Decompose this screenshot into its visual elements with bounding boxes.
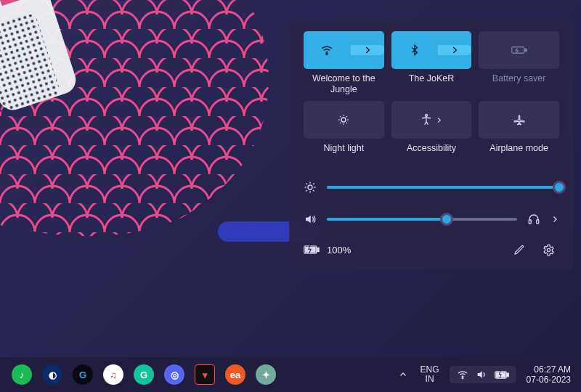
night-light-label: Night light <box>324 143 365 165</box>
brightness-row <box>304 181 559 194</box>
battery-percent: 100% <box>327 245 351 256</box>
battery-saver-tile[interactable] <box>479 31 559 69</box>
brightness-slider[interactable] <box>327 186 559 189</box>
volume-slider[interactable] <box>327 218 517 221</box>
battery-saver-icon <box>511 44 527 56</box>
wifi-toggle[interactable] <box>304 44 351 57</box>
chevron-right-icon <box>435 116 443 124</box>
taskbar-app-grammarly[interactable]: G <box>131 362 157 388</box>
accessibility-icon <box>420 113 433 126</box>
system-tray: ENG IN 06:27 AM 07-06-2023 <box>396 364 575 385</box>
svg-point-8 <box>425 115 427 117</box>
open-settings-button[interactable] <box>537 239 559 261</box>
wifi-tile[interactable] <box>304 31 384 69</box>
volume-icon <box>304 213 317 226</box>
language-indicator[interactable]: ENG IN <box>416 365 444 384</box>
wifi-icon <box>457 369 468 380</box>
svg-rect-6 <box>524 49 527 51</box>
taskbar-app-valorant[interactable]: ▾ <box>192 362 218 388</box>
bluetooth-expand[interactable] <box>438 45 471 55</box>
audio-output-button[interactable] <box>527 213 540 226</box>
taskbar-app-logitech[interactable]: G <box>70 362 96 388</box>
taskbar-app-apple-music[interactable]: ♫ <box>100 362 126 388</box>
volume-row <box>304 213 559 226</box>
night-light-icon <box>337 113 350 126</box>
quick-settings-panel: Welcome to the Jungle The JoKeR <box>289 18 574 271</box>
svg-point-9 <box>308 185 312 189</box>
battery-status-icon[interactable] <box>304 245 320 255</box>
clock-date: 07-06-2023 <box>527 375 571 385</box>
svg-point-7 <box>341 118 346 122</box>
svg-rect-10 <box>529 220 531 224</box>
language-bottom: IN <box>420 375 439 384</box>
taskbar-app-firefox-dev[interactable]: ◐ <box>39 362 65 388</box>
taskbar-app-ea[interactable]: ea <box>222 362 248 388</box>
volume-icon <box>476 369 487 380</box>
wifi-icon <box>320 44 333 57</box>
taskbar-app-spotify[interactable]: ♪ <box>9 362 35 388</box>
svg-rect-13 <box>317 248 320 251</box>
bluetooth-toggle[interactable] <box>391 44 439 56</box>
taskbar-app-discord[interactable]: ◎ <box>161 362 187 388</box>
wallpaper-graphic <box>0 0 94 116</box>
airplane-icon <box>513 113 526 126</box>
taskbar-apps: ♪◐G♫G◎▾ea✦ <box>9 362 279 388</box>
taskbar: ♪◐G♫G◎▾ea✦ ENG IN 06:27 AM 07-06-2023 <box>0 357 581 392</box>
svg-point-16 <box>462 377 463 379</box>
clock-time: 06:27 AM <box>527 364 571 375</box>
bluetooth-icon <box>409 44 420 56</box>
tray-overflow-button[interactable] <box>396 367 410 382</box>
bluetooth-label: The JoKeR <box>409 73 455 95</box>
airplane-mode-label: Airplane mode <box>489 143 548 165</box>
wifi-label: Welcome to the Jungle <box>304 73 384 95</box>
battery-icon <box>495 370 509 380</box>
taskbar-clock[interactable]: 06:27 AM 07-06-2023 <box>522 364 575 385</box>
night-light-tile[interactable] <box>304 101 384 139</box>
tray-quick-settings-button[interactable] <box>450 366 516 383</box>
svg-rect-5 <box>512 47 524 53</box>
accessibility-label: Accessibility <box>407 143 456 165</box>
svg-point-15 <box>547 248 550 251</box>
bluetooth-tile[interactable] <box>391 31 472 69</box>
brightness-icon <box>304 181 317 194</box>
svg-rect-11 <box>537 220 539 224</box>
svg-point-4 <box>326 53 328 54</box>
chevron-right-icon[interactable] <box>550 215 559 224</box>
quick-settings-tiles: Welcome to the Jungle The JoKeR <box>304 31 559 165</box>
wifi-expand[interactable] <box>351 45 384 55</box>
accessibility-tile[interactable] <box>391 101 472 139</box>
chevron-right-icon <box>362 45 373 55</box>
svg-rect-18 <box>507 373 508 377</box>
quick-settings-footer: 100% <box>304 239 559 261</box>
airplane-mode-tile[interactable] <box>479 101 559 139</box>
chevron-right-icon <box>450 45 460 55</box>
taskbar-app-chatgpt[interactable]: ✦ <box>253 362 279 388</box>
battery-saver-label: Battery saver <box>492 73 546 95</box>
edit-quick-settings-button[interactable] <box>508 239 530 261</box>
